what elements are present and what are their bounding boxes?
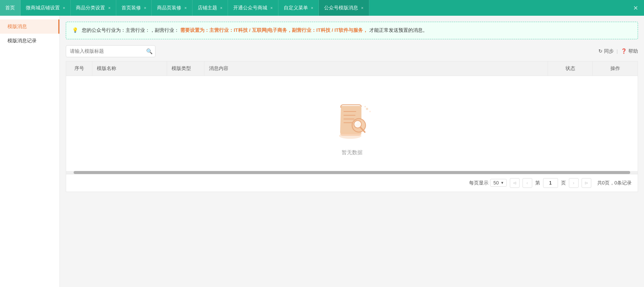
nav-tab-close[interactable]: × <box>63 6 65 10</box>
page-number-input[interactable] <box>543 178 558 188</box>
sidebar-item-template-message[interactable]: 模版消息 <box>0 19 59 34</box>
notice-suffix: 才能正常发送预置的消息。 <box>369 27 428 33</box>
nav-tab-label: 开通公众号商城 <box>233 4 267 11</box>
page-size-select: 每页显示 50 ▾ <box>469 179 506 187</box>
sync-button[interactable]: ↻ 同步 <box>598 48 614 55</box>
divider: | <box>617 48 618 54</box>
chevron-down-icon: ▾ <box>501 180 503 185</box>
first-page-button[interactable]: ⊲ <box>510 178 520 188</box>
content-area: 💡 您的公众号行业为：主营行业：，副营行业： 需要设置为：主营行业：IT科技 /… <box>60 16 644 287</box>
nav-tab-close[interactable]: × <box>220 6 222 10</box>
nav-tab-close[interactable]: × <box>270 6 272 10</box>
nav-tab-template-msg[interactable]: 公众号模版消息× <box>319 0 369 16</box>
top-nav: 首页微商城店铺设置×商品分类设置×首页装修×商品页装修×店铺主题×开通公众号商城… <box>0 0 644 16</box>
sync-icon: ↻ <box>598 48 603 54</box>
col-header-content: 消息内容 <box>204 61 548 76</box>
help-button[interactable]: ❓ 帮助 <box>621 48 638 55</box>
nav-tab-label: 微商城店铺设置 <box>26 4 60 11</box>
svg-point-9 <box>366 108 368 110</box>
notice-icon: 💡 <box>72 27 78 33</box>
nav-tab-label: 公众号模版消息 <box>324 4 358 11</box>
nav-tab-open-mall[interactable]: 开通公众号商城× <box>228 0 278 16</box>
svg-point-10 <box>369 111 371 112</box>
page-size-value: 50 <box>493 180 499 186</box>
search-input[interactable] <box>66 45 155 57</box>
nav-tab-label: 自定义菜单 <box>284 4 308 11</box>
svg-point-6 <box>354 120 361 128</box>
svg-point-11 <box>364 106 366 107</box>
nav-tab-close[interactable]: × <box>108 6 110 10</box>
nav-tab-close[interactable]: × <box>184 6 187 10</box>
nav-tab-shop-theme[interactable]: 店铺主题× <box>192 0 228 16</box>
main-layout: 模版消息模版消息记录 💡 您的公众号行业为：主营行业：，副营行业： 需要设置为：… <box>0 16 644 287</box>
sidebar: 模版消息模版消息记录 <box>0 16 60 287</box>
page-size-label: 每页显示 <box>469 180 489 186</box>
empty-text: 暂无数据 <box>342 149 363 156</box>
notice-banner: 💡 您的公众号行业为：主营行业：，副营行业： 需要设置为：主营行业：IT科技 /… <box>66 22 638 39</box>
help-label: 帮助 <box>628 48 638 55</box>
search-icon[interactable]: 🔍 <box>146 48 152 54</box>
pagination: 每页显示 50 ▾ ⊲ ‹ 第 页 › ⊳ 共0页，0条记录 <box>66 174 638 192</box>
page-suffix-label: 页 <box>561 180 566 186</box>
scrollbar-thumb[interactable] <box>74 171 630 174</box>
sidebar-item-template-message-record[interactable]: 模版消息记录 <box>0 34 59 48</box>
nav-tab-label: 首页 <box>5 4 15 11</box>
col-header-action: 操作 <box>593 61 638 76</box>
next-page-button[interactable]: › <box>569 178 579 188</box>
empty-state: 暂无数据 <box>66 76 638 171</box>
prev-page-button[interactable]: ‹ <box>523 178 532 188</box>
col-header-status: 状态 <box>548 61 593 76</box>
notice-prefix: 您的公众号行业为：主营行业：，副营行业： <box>82 27 179 33</box>
nav-tab-label: 商品页装修 <box>157 4 181 11</box>
total-info: 共0页，0条记录 <box>597 180 632 186</box>
search-input-wrap: 🔍 <box>66 45 155 57</box>
col-header-type: 模版类型 <box>167 61 204 76</box>
col-header-seq: 序号 <box>66 61 92 76</box>
page-prefix-label: 第 <box>535 180 540 186</box>
empty-state-icon <box>330 98 375 143</box>
notice-highlight: 需要设置为：主营行业：IT科技 / 互联网|电子商务，副营行业：IT科技 / I… <box>180 27 368 33</box>
last-page-button[interactable]: ⊳ <box>582 178 591 188</box>
sync-label: 同步 <box>604 48 614 55</box>
nav-tab-shop-setting[interactable]: 微商城店铺设置× <box>21 0 71 16</box>
data-table: 序号 模版名称 模版类型 消息内容 状态 操作 <box>66 61 638 192</box>
scrollbar-track[interactable] <box>66 171 638 174</box>
close-all-button[interactable]: ✕ <box>627 4 644 12</box>
nav-tab-close[interactable]: × <box>311 6 313 10</box>
nav-tab-label: 商品分类设置 <box>76 4 105 11</box>
nav-tab-homepage-decor[interactable]: 首页装修× <box>116 0 152 16</box>
nav-tab-label: 首页装修 <box>121 4 141 11</box>
nav-tab-label: 店铺主题 <box>198 4 217 11</box>
search-bar: 🔍 ↻ 同步 | ❓ 帮助 <box>66 45 638 57</box>
table-header: 序号 模版名称 模版类型 消息内容 状态 操作 <box>66 61 638 76</box>
nav-tab-category-setting[interactable]: 商品分类设置× <box>71 0 116 16</box>
page-size-box[interactable]: 50 ▾ <box>490 179 506 187</box>
nav-tab-custom-menu[interactable]: 自定义菜单× <box>278 0 319 16</box>
col-header-name: 模版名称 <box>92 61 167 76</box>
nav-tab-product-decor[interactable]: 商品页装修× <box>152 0 192 16</box>
nav-tab-home[interactable]: 首页 <box>0 0 21 16</box>
nav-tab-close[interactable]: × <box>144 6 146 10</box>
svg-point-8 <box>355 122 357 124</box>
help-icon: ❓ <box>621 48 627 54</box>
toolbar-right: ↻ 同步 | ❓ 帮助 <box>598 48 638 55</box>
nav-tab-close[interactable]: × <box>361 6 363 10</box>
